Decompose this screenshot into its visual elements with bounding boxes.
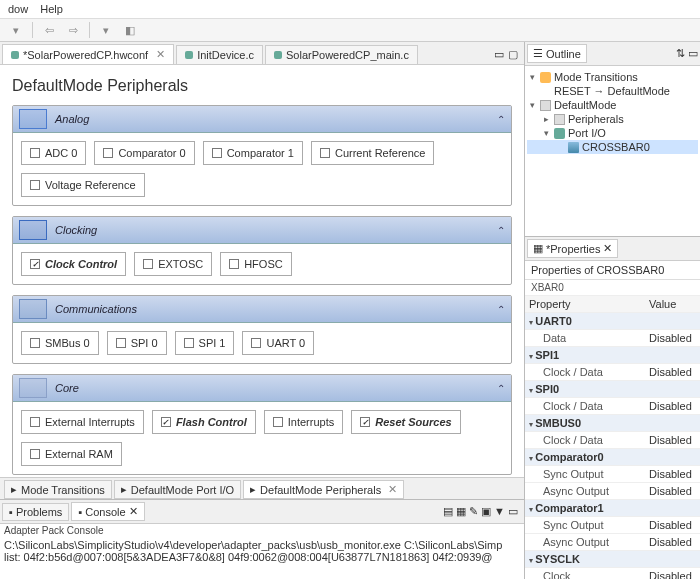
property-row[interactable]: Async OutputDisabled bbox=[525, 534, 700, 551]
peripheral-current-reference[interactable]: Current Reference bbox=[311, 141, 435, 165]
property-row[interactable]: Async OutputDisabled bbox=[525, 483, 700, 500]
peripheral-external-ram[interactable]: External RAM bbox=[21, 442, 122, 466]
console-title: Adapter Pack Console bbox=[0, 524, 524, 537]
section-clocking: Clocking⌃Clock ControlEXTOSCHFOSC bbox=[12, 216, 512, 285]
peripheral-flash-control[interactable]: Flash Control bbox=[152, 410, 256, 434]
console-tool-icon[interactable]: ▣ bbox=[481, 505, 491, 518]
close-icon[interactable]: ✕ bbox=[603, 242, 612, 255]
section-icon bbox=[19, 299, 47, 319]
property-row[interactable]: Clock / DataDisabled bbox=[525, 432, 700, 449]
back-icon[interactable]: ⇦ bbox=[39, 21, 59, 39]
peripheral-comparator-0[interactable]: Comparator 0 bbox=[94, 141, 194, 165]
toolbar-btn[interactable]: ◧ bbox=[120, 21, 140, 39]
editor-tab[interactable]: SolarPoweredCP_main.c bbox=[265, 45, 418, 64]
peripheral-voltage-reference[interactable]: Voltage Reference bbox=[21, 173, 145, 197]
checkbox-icon bbox=[143, 259, 153, 269]
property-category[interactable]: SPI1 bbox=[525, 347, 700, 364]
forward-icon[interactable]: ⇨ bbox=[63, 21, 83, 39]
toolbar-btn[interactable]: ▾ bbox=[96, 21, 116, 39]
section-header[interactable]: Core⌃ bbox=[13, 375, 511, 402]
console-tool-icon[interactable]: ▼ bbox=[494, 505, 505, 518]
page-title: DefaultMode Peripherals bbox=[12, 77, 512, 95]
panel-tool-icon[interactable]: ▭ bbox=[688, 47, 698, 60]
section-header[interactable]: Clocking⌃ bbox=[13, 217, 511, 244]
peripheral-spi-1[interactable]: SPI 1 bbox=[175, 331, 235, 355]
bottom-tab[interactable]: ▸DefaultMode Peripherals✕ bbox=[243, 480, 404, 499]
minimize-icon[interactable]: ▭ bbox=[494, 48, 504, 61]
property-category[interactable]: Comparator0 bbox=[525, 449, 700, 466]
peripheral-spi-0[interactable]: SPI 0 bbox=[107, 331, 167, 355]
maximize-icon[interactable]: ▢ bbox=[508, 48, 518, 61]
checkbox-icon bbox=[212, 148, 222, 158]
checkbox-icon bbox=[251, 338, 261, 348]
console-tab-console[interactable]: ▪Console✕ bbox=[71, 502, 144, 521]
expand-icon[interactable]: ▾ bbox=[527, 100, 537, 110]
collapse-icon[interactable]: ⌃ bbox=[497, 225, 505, 236]
section-header[interactable]: Analog⌃ bbox=[13, 106, 511, 133]
property-row[interactable]: Clock / DataDisabled bbox=[525, 364, 700, 381]
property-category[interactable]: SPI0 bbox=[525, 381, 700, 398]
column-value[interactable]: Value bbox=[645, 296, 700, 312]
collapse-icon[interactable]: ⌃ bbox=[497, 304, 505, 315]
peripheral-hfosc[interactable]: HFOSC bbox=[220, 252, 292, 276]
checkbox-icon bbox=[30, 148, 40, 158]
properties-subtitle: XBAR0 bbox=[525, 280, 700, 296]
menu-help[interactable]: Help bbox=[40, 3, 63, 15]
collapse-icon[interactable]: ⌃ bbox=[497, 114, 505, 125]
peripheral-smbus-0[interactable]: SMBus 0 bbox=[21, 331, 99, 355]
panel-tool-icon[interactable]: ⇅ bbox=[676, 47, 685, 60]
console-tool-icon[interactable]: ✎ bbox=[469, 505, 478, 518]
property-category[interactable]: UART0 bbox=[525, 313, 700, 330]
property-row[interactable]: Sync OutputDisabled bbox=[525, 517, 700, 534]
editor-tab[interactable]: *SolarPoweredCP.hwconf✕ bbox=[2, 44, 174, 64]
bottom-tab[interactable]: ▸DefaultMode Port I/O bbox=[114, 480, 241, 499]
editor-tab[interactable]: InitDevice.c bbox=[176, 45, 263, 64]
property-row[interactable]: Clock / DataDisabled bbox=[525, 398, 700, 415]
peripheral-uart-0[interactable]: UART 0 bbox=[242, 331, 314, 355]
menu-dow[interactable]: dow bbox=[8, 3, 28, 15]
tree-item[interactable]: RESET → DefaultMode bbox=[527, 84, 698, 98]
peripheral-comparator-1[interactable]: Comparator 1 bbox=[203, 141, 303, 165]
close-icon[interactable]: ✕ bbox=[129, 505, 138, 518]
peripheral-adc-0[interactable]: ADC 0 bbox=[21, 141, 86, 165]
tab-outline[interactable]: ☰ Outline bbox=[527, 44, 587, 63]
properties-grid: Property Value UART0DataDisabledSPI1Cloc… bbox=[525, 296, 700, 579]
properties-icon: ▦ bbox=[533, 242, 543, 255]
peripheral-extosc[interactable]: EXTOSC bbox=[134, 252, 212, 276]
property-row[interactable]: DataDisabled bbox=[525, 330, 700, 347]
checkbox-icon bbox=[30, 338, 40, 348]
console-tab-problems[interactable]: ▪Problems bbox=[2, 503, 69, 521]
expand-icon[interactable]: ▸ bbox=[541, 114, 551, 124]
tree-item[interactable]: ▾DefaultMode bbox=[527, 98, 698, 112]
property-row[interactable]: Sync OutputDisabled bbox=[525, 466, 700, 483]
console-tool-icon[interactable]: ▭ bbox=[508, 505, 518, 518]
property-row[interactable]: ClockDisabled bbox=[525, 568, 700, 579]
console-tool-icon[interactable]: ▦ bbox=[456, 505, 466, 518]
tree-item[interactable]: ▸Peripherals bbox=[527, 112, 698, 126]
property-category[interactable]: Comparator1 bbox=[525, 500, 700, 517]
collapse-icon[interactable]: ⌃ bbox=[497, 383, 505, 394]
peripheral-reset-sources[interactable]: Reset Sources bbox=[351, 410, 460, 434]
peripheral-interrupts[interactable]: Interrupts bbox=[264, 410, 343, 434]
editor-tabs: *SolarPoweredCP.hwconf✕InitDevice.cSolar… bbox=[0, 42, 524, 65]
console-tool-icon[interactable]: ▤ bbox=[443, 505, 453, 518]
peripheral-external-interrupts[interactable]: External Interrupts bbox=[21, 410, 144, 434]
property-category[interactable]: SMBUS0 bbox=[525, 415, 700, 432]
section-header[interactable]: Communications⌃ bbox=[13, 296, 511, 323]
column-property[interactable]: Property bbox=[525, 296, 645, 312]
property-category[interactable]: SYSCLK bbox=[525, 551, 700, 568]
expand-icon[interactable]: ▾ bbox=[527, 72, 537, 82]
close-icon[interactable]: ✕ bbox=[156, 48, 165, 61]
tree-item[interactable]: ▾Mode Transitions bbox=[527, 70, 698, 84]
tab-properties[interactable]: ▦ *Properties ✕ bbox=[527, 239, 618, 258]
bottom-tab[interactable]: ▸Mode Transitions bbox=[4, 480, 112, 499]
toolbar-btn[interactable]: ▾ bbox=[6, 21, 26, 39]
peripheral-clock-control[interactable]: Clock Control bbox=[21, 252, 126, 276]
tree-item[interactable]: ▾Port I/O bbox=[527, 126, 698, 140]
tree-item[interactable]: CROSSBAR0 bbox=[527, 140, 698, 154]
checkbox-icon bbox=[184, 338, 194, 348]
checkbox-icon bbox=[161, 417, 171, 427]
expand-icon[interactable]: ▾ bbox=[541, 128, 551, 138]
checkbox-icon bbox=[229, 259, 239, 269]
close-icon[interactable]: ✕ bbox=[388, 483, 397, 496]
